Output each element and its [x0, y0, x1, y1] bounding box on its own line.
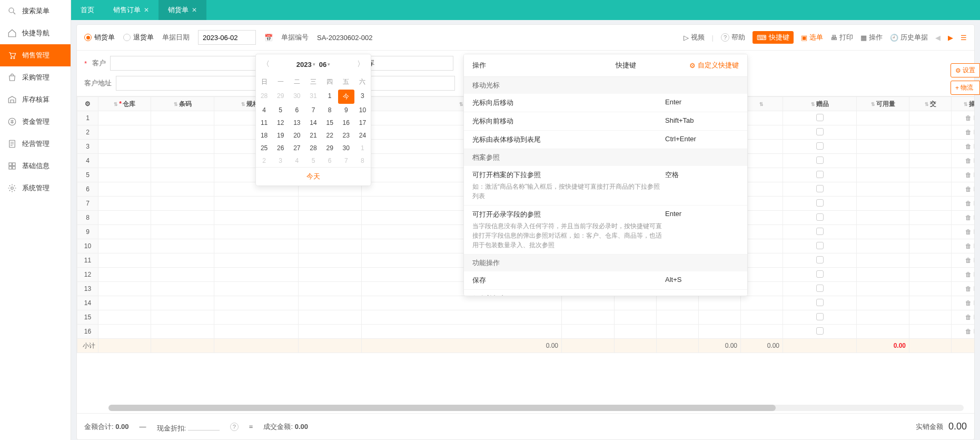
copy-icon[interactable]: ❐: [974, 185, 974, 193]
copy-icon[interactable]: ❐: [974, 200, 974, 207]
column-header[interactable]: ⇅操作: [952, 97, 975, 111]
delete-icon[interactable]: 🗑: [965, 214, 972, 221]
table-cell[interactable]: 🗑❐: [952, 111, 975, 125]
delete-icon[interactable]: 🗑: [965, 257, 972, 264]
cal-day[interactable]: 1: [322, 90, 338, 104]
operate-button[interactable]: ▦操作: [860, 33, 883, 42]
cal-day[interactable]: 7: [305, 104, 321, 116]
copy-icon[interactable]: ❐: [974, 228, 974, 236]
sidebar-item-inventory[interactable]: 库存核算: [0, 89, 71, 111]
tab-home[interactable]: 首页: [71, 0, 104, 20]
table-cell[interactable]: 14: [77, 296, 98, 310]
table-cell[interactable]: [299, 296, 362, 310]
table-row[interactable]: 16🗑❐: [77, 325, 975, 339]
table-cell[interactable]: 🗑❐: [952, 211, 975, 225]
table-cell[interactable]: [783, 225, 857, 239]
table-cell[interactable]: [299, 325, 362, 339]
cal-day-other[interactable]: 2: [256, 154, 272, 167]
delete-icon[interactable]: 🗑: [965, 200, 972, 207]
table-cell[interactable]: [214, 325, 299, 339]
table-cell[interactable]: [214, 253, 299, 268]
table-cell[interactable]: [151, 168, 214, 182]
table-cell[interactable]: [857, 239, 909, 253]
table-cell[interactable]: [98, 239, 151, 253]
table-cell[interactable]: [741, 325, 783, 339]
sidebar-item-quicknav[interactable]: 快捷导航: [0, 22, 71, 44]
delete-icon[interactable]: 🗑: [965, 242, 972, 250]
cal-day-other[interactable]: 5: [305, 154, 321, 167]
cal-day[interactable]: 24: [354, 129, 371, 142]
delete-icon[interactable]: 🗑: [965, 185, 972, 193]
table-cell[interactable]: [98, 268, 151, 282]
table-cell[interactable]: 🗑❐: [952, 310, 975, 325]
delete-icon[interactable]: 🗑: [965, 228, 972, 236]
table-cell[interactable]: [151, 325, 214, 339]
table-cell[interactable]: 16: [77, 325, 98, 339]
table-cell[interactable]: 3: [77, 140, 98, 154]
table-cell[interactable]: [299, 310, 362, 325]
table-cell[interactable]: [909, 125, 952, 140]
table-cell[interactable]: [151, 282, 214, 296]
table-cell[interactable]: [151, 211, 214, 225]
copy-icon[interactable]: ❐: [974, 171, 974, 179]
cal-day[interactable]: 17: [354, 116, 371, 129]
cal-day[interactable]: 18: [256, 129, 272, 142]
column-header[interactable]: ⚙: [77, 97, 98, 111]
discount-input[interactable]: [188, 420, 220, 431]
close-icon[interactable]: ✕: [144, 6, 149, 14]
table-cell[interactable]: [657, 296, 699, 310]
table-cell[interactable]: [98, 197, 151, 211]
copy-icon[interactable]: ❐: [974, 242, 974, 250]
table-cell[interactable]: [909, 197, 952, 211]
cal-day[interactable]: 22: [322, 129, 338, 142]
table-cell[interactable]: [98, 154, 151, 168]
print-button[interactable]: 🖶打印: [830, 33, 853, 42]
tab-sales-order[interactable]: 销售订单✕: [104, 0, 159, 20]
cal-day[interactable]: 21: [305, 129, 321, 142]
cal-day-other[interactable]: 3: [272, 154, 289, 167]
table-cell[interactable]: [98, 125, 151, 140]
checkbox[interactable]: [816, 171, 824, 178]
table-cell[interactable]: 2: [77, 125, 98, 140]
table-cell[interactable]: [151, 239, 214, 253]
cal-day-other[interactable]: 1: [354, 142, 371, 154]
date-input[interactable]: [198, 30, 256, 45]
table-row[interactable]: 14🗑❐: [77, 296, 975, 310]
checkbox[interactable]: [816, 199, 824, 207]
table-cell[interactable]: [151, 225, 214, 239]
table-cell[interactable]: [299, 268, 362, 282]
hotkey-button[interactable]: ⌨快捷键: [753, 31, 794, 44]
copy-icon[interactable]: ❐: [974, 285, 974, 292]
cal-day[interactable]: 28: [305, 142, 321, 154]
help-button[interactable]: ?帮助: [721, 33, 745, 42]
table-cell[interactable]: [214, 296, 299, 310]
table-cell[interactable]: [362, 310, 562, 325]
cal-year[interactable]: 2023: [296, 61, 312, 69]
cal-day[interactable]: 14: [305, 116, 321, 129]
cal-day-other[interactable]: 7: [338, 154, 354, 167]
copy-icon[interactable]: ❐: [974, 143, 974, 150]
table-cell[interactable]: [857, 253, 909, 268]
table-cell[interactable]: [214, 225, 299, 239]
table-cell[interactable]: [214, 239, 299, 253]
cal-day-other[interactable]: 29: [272, 90, 289, 104]
delete-icon[interactable]: 🗑: [965, 129, 972, 136]
table-cell[interactable]: [857, 310, 909, 325]
delete-icon[interactable]: 🗑: [965, 271, 972, 278]
cal-day[interactable]: 5: [272, 104, 289, 116]
table-cell[interactable]: 1: [77, 111, 98, 125]
radio-sale[interactable]: 销货单: [84, 33, 115, 42]
table-cell[interactable]: [783, 154, 857, 168]
column-header[interactable]: ⇅条码: [151, 97, 214, 111]
table-cell[interactable]: [98, 140, 151, 154]
table-cell[interactable]: [98, 182, 151, 197]
cal-day[interactable]: 16: [338, 116, 354, 129]
cal-day[interactable]: 19: [272, 129, 289, 142]
cal-day[interactable]: 26: [272, 142, 289, 154]
table-cell[interactable]: [783, 310, 857, 325]
table-cell[interactable]: [909, 168, 952, 182]
cal-next[interactable]: 〉: [357, 60, 364, 69]
select-button[interactable]: ▣选单: [801, 33, 823, 42]
logistics-button[interactable]: +物流: [951, 81, 980, 95]
table-cell[interactable]: 🗑❐: [952, 282, 975, 296]
